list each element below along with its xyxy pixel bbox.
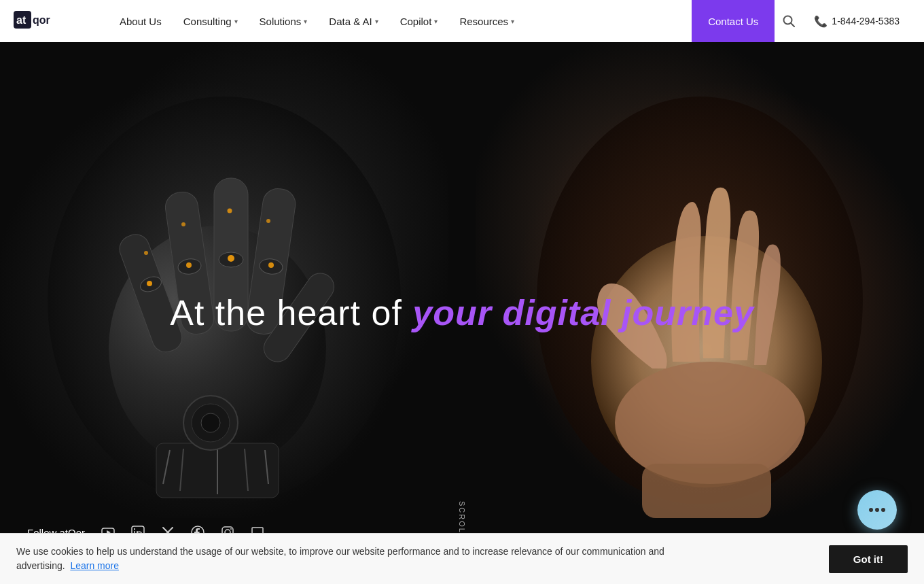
svg-line-4	[791, 23, 794, 27]
hero-headline-prefix: At the heart of	[170, 292, 412, 332]
nav-data-ai-label: Data & AI	[329, 16, 372, 27]
human-hand-image	[476, 42, 924, 518]
nav-about-label: About Us	[120, 16, 162, 27]
robot-hand-svg	[0, 42, 448, 518]
hero-text-container: At the heart of your digital journey	[170, 291, 754, 333]
svg-point-19	[268, 262, 274, 268]
human-hand-svg	[476, 42, 924, 518]
svg-point-16	[147, 281, 152, 286]
phone-icon: 📞	[814, 15, 828, 28]
nav-contact-label: Contact Us	[708, 16, 758, 27]
nav-links: About Us Consulting ▾ Solutions ▾ Data &…	[109, 0, 692, 42]
resources-chevron-icon: ▾	[511, 18, 514, 25]
nav-resources[interactable]: Resources ▾	[448, 0, 525, 42]
search-icon	[783, 15, 795, 27]
navbar: at qor About Us Consulting ▾ Solutions ▾…	[0, 0, 924, 42]
nav-data-ai[interactable]: Data & AI ▾	[318, 0, 389, 42]
consulting-chevron-icon: ▾	[234, 18, 238, 25]
chat-support-button[interactable]	[857, 490, 897, 530]
chat-dot-1	[869, 508, 873, 512]
chat-dot-3	[881, 508, 885, 512]
nav-copilot[interactable]: Copilot ▾	[389, 0, 449, 42]
nav-solutions[interactable]: Solutions ▾	[249, 0, 319, 42]
nav-consulting-label: Consulting	[183, 16, 232, 27]
svg-point-32	[266, 219, 270, 223]
svg-point-28	[201, 413, 220, 432]
svg-point-48	[230, 528, 232, 530]
nav-consulting[interactable]: Consulting ▾	[173, 0, 249, 42]
robot-hand-image	[0, 42, 448, 518]
nav-about[interactable]: About Us	[109, 0, 173, 42]
svg-point-29	[144, 251, 148, 255]
nav-copilot-label: Copilot	[400, 16, 432, 27]
copilot-chevron-icon: ▾	[434, 18, 438, 25]
hero-headline: At the heart of your digital journey	[170, 291, 754, 333]
svg-rect-36	[642, 464, 771, 518]
nav-resources-label: Resources	[459, 16, 508, 27]
svg-point-30	[181, 222, 185, 226]
svg-point-17	[186, 262, 192, 268]
svg-point-18	[228, 255, 234, 262]
svg-point-31	[228, 209, 232, 213]
cookie-banner: We use cookies to help us understand the…	[0, 533, 924, 584]
svg-text:at: at	[16, 14, 26, 26]
chat-button-dots	[869, 508, 885, 512]
nav-solutions-label: Solutions	[260, 16, 302, 27]
cookie-got-it-button[interactable]: Got it!	[829, 545, 908, 573]
phone-link[interactable]: 📞 1-844-294-5383	[803, 15, 910, 28]
phone-number: 1-844-294-5383	[832, 16, 900, 27]
data-ai-chevron-icon: ▾	[375, 18, 378, 25]
search-button[interactable]	[775, 0, 803, 42]
logo[interactable]: at qor	[14, 7, 82, 35]
chat-dot-2	[875, 508, 879, 512]
solutions-chevron-icon: ▾	[304, 18, 307, 25]
cookie-message: We use cookies to help us understand the…	[16, 545, 696, 573]
svg-text:qor: qor	[33, 14, 50, 26]
hero-headline-highlight: your digital journey	[412, 292, 754, 332]
hero-section: At the heart of your digital journey Fol…	[0, 0, 924, 584]
nav-contact-button[interactable]: Contact Us	[692, 0, 775, 42]
learn-more-link[interactable]: Learn more	[70, 560, 119, 571]
